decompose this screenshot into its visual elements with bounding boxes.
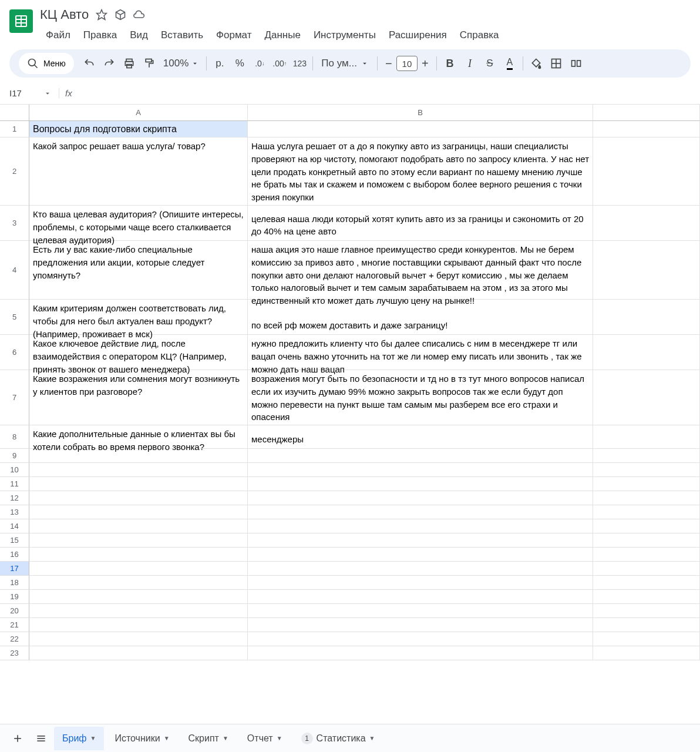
select-all-corner[interactable] (0, 105, 29, 121)
cell[interactable] (248, 463, 593, 477)
cell[interactable] (29, 505, 248, 519)
row-header[interactable]: 21 (0, 618, 29, 632)
row-header[interactable]: 19 (0, 590, 29, 604)
cell[interactable] (593, 519, 700, 533)
more-formats-button[interactable]: 123 (290, 54, 309, 73)
cell[interactable] (593, 241, 700, 300)
text-color-button[interactable]: A (500, 54, 519, 73)
decrease-font-button[interactable]: − (381, 56, 396, 71)
doc-title[interactable]: КЦ Авто (40, 7, 89, 22)
sheet-tab[interactable]: Бриф▼ (54, 727, 104, 750)
zoom-select[interactable]: 100% (160, 58, 203, 69)
cell[interactable]: Какой запрос решает ваша услуга/ товар? (29, 137, 248, 206)
cell[interactable] (593, 632, 700, 646)
print-icon[interactable] (120, 54, 139, 73)
cell[interactable] (593, 548, 700, 562)
row-header[interactable]: 2 (0, 137, 29, 206)
cell[interactable] (593, 121, 700, 137)
cell[interactable] (29, 618, 248, 632)
cell[interactable] (593, 300, 700, 335)
cell[interactable] (29, 519, 248, 533)
increase-decimal-icon[interactable]: .00↑ (270, 54, 289, 73)
cell[interactable] (593, 618, 700, 632)
cell[interactable] (29, 548, 248, 562)
menu-item[interactable]: Инструменты (308, 26, 382, 45)
cell[interactable]: возражения могут быть по безопасности и … (248, 370, 593, 425)
sheet-tab[interactable]: 1Статистика▼ (293, 727, 383, 750)
row-header[interactable]: 1 (0, 121, 29, 137)
name-box[interactable]: I17 (5, 86, 56, 100)
bold-button[interactable]: B (440, 54, 459, 73)
undo-icon[interactable] (80, 54, 99, 73)
cell[interactable] (29, 477, 248, 491)
row-header[interactable]: 11 (0, 477, 29, 491)
cell[interactable] (248, 477, 593, 491)
all-sheets-button[interactable] (31, 728, 52, 749)
strikethrough-button[interactable]: S (480, 54, 499, 73)
cell[interactable] (248, 519, 593, 533)
font-family-select[interactable]: По ум... (317, 58, 373, 69)
cell[interactable] (248, 618, 593, 632)
row-header[interactable]: 12 (0, 491, 29, 505)
row-header[interactable]: 6 (0, 335, 29, 370)
menu-item[interactable]: Вид (124, 26, 154, 45)
sheets-logo[interactable] (9, 9, 33, 33)
row-header[interactable]: 9 (0, 449, 29, 463)
row-header[interactable]: 23 (0, 646, 29, 660)
column-header-b[interactable]: B (248, 105, 593, 121)
cell[interactable] (593, 370, 700, 425)
sheet-tab[interactable]: Источники▼ (106, 727, 177, 750)
move-icon[interactable] (115, 9, 126, 21)
row-header[interactable]: 8 (0, 425, 29, 449)
cell[interactable] (29, 576, 248, 590)
fill-color-button[interactable] (527, 54, 546, 73)
row-header[interactable]: 7 (0, 370, 29, 425)
menu-item[interactable]: Вставить (155, 26, 209, 45)
cell[interactable] (29, 632, 248, 646)
menu-item[interactable]: Данные (258, 26, 306, 45)
cell[interactable] (593, 576, 700, 590)
cell[interactable] (29, 533, 248, 548)
cell[interactable] (248, 449, 593, 463)
cell[interactable] (248, 562, 593, 576)
search-menu-button[interactable]: Меню (19, 53, 74, 74)
paint-format-icon[interactable] (140, 54, 159, 73)
cell[interactable] (29, 463, 248, 477)
cell[interactable] (248, 533, 593, 548)
cell[interactable] (593, 590, 700, 604)
star-icon[interactable] (96, 9, 107, 21)
cell[interactable]: целевая наша люди который хотят купить а… (248, 206, 593, 241)
row-header[interactable]: 13 (0, 505, 29, 519)
cell[interactable] (29, 646, 248, 660)
cell[interactable] (29, 449, 248, 463)
cell[interactable] (248, 548, 593, 562)
row-header[interactable]: 14 (0, 519, 29, 533)
redo-icon[interactable] (100, 54, 119, 73)
cell[interactable]: Какие дополнительные данные о клиентах в… (29, 425, 248, 449)
cell[interactable] (593, 137, 700, 206)
merge-button[interactable] (567, 54, 585, 73)
sheet-tab[interactable]: Скрипт▼ (180, 727, 237, 750)
row-header[interactable]: 17 (0, 562, 29, 576)
cell[interactable] (29, 604, 248, 618)
italic-button[interactable]: I (460, 54, 479, 73)
cell[interactable] (248, 604, 593, 618)
cell[interactable] (593, 533, 700, 548)
cell[interactable] (248, 491, 593, 505)
row-header[interactable]: 20 (0, 604, 29, 618)
cell[interactable]: Какое ключевое действие лид, после взаим… (29, 335, 248, 370)
cell[interactable] (593, 562, 700, 576)
menu-item[interactable]: Правка (78, 26, 123, 45)
percent-button[interactable]: % (230, 54, 249, 73)
cell[interactable] (593, 505, 700, 519)
cell[interactable]: Наша услуга решает от а до я покупку авт… (248, 137, 593, 206)
cell[interactable]: Кто ваша целевая аудитория? (Опишите инт… (29, 206, 248, 241)
cell[interactable] (593, 477, 700, 491)
cell[interactable] (29, 491, 248, 505)
cell[interactable] (248, 646, 593, 660)
cell[interactable] (593, 463, 700, 477)
increase-font-button[interactable]: + (418, 56, 433, 71)
cell[interactable] (593, 335, 700, 370)
cell[interactable]: Каким критериям должен соответствовать л… (29, 300, 248, 335)
add-sheet-button[interactable] (7, 728, 28, 749)
